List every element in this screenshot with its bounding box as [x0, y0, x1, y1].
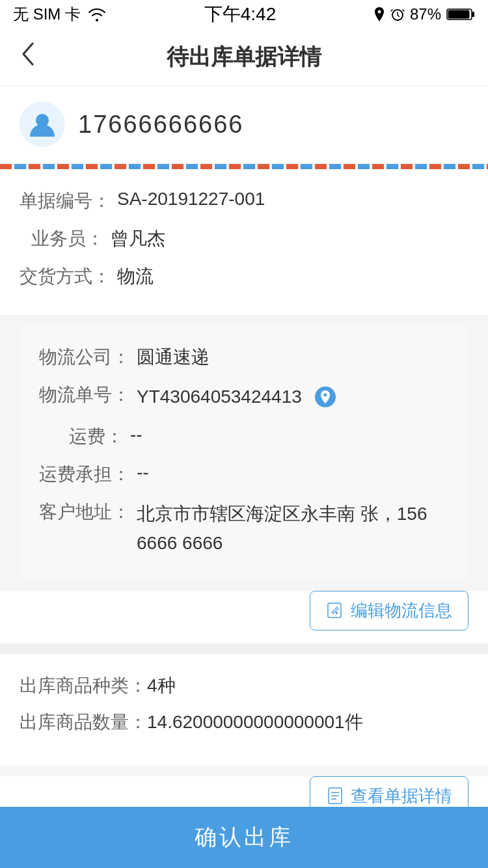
freight-row: 运费： -- — [39, 424, 449, 449]
edit-btn-row: 编辑物流信息 — [0, 591, 488, 644]
edit-icon — [326, 601, 344, 619]
avatar — [20, 102, 65, 147]
goods-quantity-label: 出库商品数量： — [20, 710, 147, 735]
nav-bar: 待出库单据详情 — [0, 29, 488, 86]
document-number-value: SA-20191227-001 — [117, 189, 468, 210]
tracking-number-row: 物流单号： YT43064053424413 — [39, 383, 449, 411]
decorative-border — [0, 164, 488, 169]
delivery-method-row: 交货方式： 物流 — [20, 264, 468, 289]
goods-types-row: 出库商品种类： 4种 — [20, 673, 468, 698]
carrier-text: 无 SIM 卡 — [13, 4, 81, 25]
logistics-card: 物流公司： 圆通速递 物流单号： YT43064053424413 运费： --… — [20, 325, 468, 578]
svg-rect-2 — [472, 12, 474, 17]
address-value: 北京市市辖区海淀区永丰南 张，156 6666 6666 — [137, 500, 449, 558]
tracking-number-text: YT43064053424413 — [137, 387, 302, 407]
view-details-label: 查看单据详情 — [351, 785, 452, 807]
confirm-outbound-button[interactable]: 确认出库 — [195, 822, 293, 852]
status-right: 87% — [373, 5, 475, 23]
document-number-row: 单据编号： SA-20191227-001 — [20, 189, 468, 213]
svg-rect-6 — [328, 603, 341, 617]
battery-text: 87% — [410, 5, 441, 23]
confirm-btn-container: 确认出库 — [0, 807, 488, 868]
logistics-company-row: 物流公司： 圆通速递 — [39, 345, 449, 370]
freight-bearer-row: 运费承担： -- — [39, 462, 449, 487]
logistics-company-value: 圆通速递 — [137, 345, 449, 370]
freight-value: -- — [130, 424, 449, 445]
address-row: 客户地址： 北京市市辖区海淀区永丰南 张，156 6666 6666 — [39, 500, 449, 558]
back-button[interactable] — [20, 41, 59, 73]
sales-person-value: 曾凡杰 — [111, 226, 468, 251]
svg-rect-3 — [448, 10, 470, 19]
map-pin-icon — [314, 385, 337, 409]
location-status-icon — [373, 7, 385, 21]
delivery-method-label: 交货方式： — [20, 264, 117, 289]
delivery-method-value: 物流 — [117, 264, 468, 289]
goods-section: 出库商品种类： 4种 出库商品数量： 14.62000000000000001件 — [0, 654, 488, 766]
document-icon — [326, 787, 344, 805]
customer-header: 17666666666 — [0, 86, 488, 163]
status-bar: 无 SIM 卡 下午4:42 87% — [0, 0, 488, 29]
edit-logistics-button[interactable]: 编辑物流信息 — [310, 591, 468, 631]
tracking-number-label: 物流单号： — [39, 383, 137, 407]
address-label: 客户地址： — [39, 500, 137, 524]
customer-phone: 17666666666 — [78, 111, 243, 139]
goods-types-label: 出库商品种类： — [20, 673, 147, 698]
order-info-section: 单据编号： SA-20191227-001 业务员： 曾凡杰 交货方式： 物流 — [0, 169, 488, 315]
sales-person-row: 业务员： 曾凡杰 — [20, 226, 468, 251]
freight-label: 运费： — [39, 424, 130, 449]
track-location-button[interactable] — [311, 383, 340, 411]
goods-quantity-value: 14.62000000000000001件 — [147, 710, 363, 735]
goods-types-value: 4种 — [147, 673, 176, 698]
alarm-icon — [390, 7, 405, 21]
wifi-icon — [87, 7, 107, 21]
freight-bearer-label: 运费承担： — [39, 462, 137, 487]
status-left: 无 SIM 卡 — [13, 4, 107, 25]
goods-quantity-row: 出库商品数量： 14.62000000000000001件 — [20, 710, 468, 735]
battery-icon — [446, 7, 475, 21]
document-number-label: 单据编号： — [20, 189, 117, 213]
page-title: 待出库单据详情 — [167, 42, 321, 72]
tracking-number-value: YT43064053424413 — [137, 383, 449, 411]
logistics-company-label: 物流公司： — [39, 345, 137, 370]
user-icon — [27, 109, 57, 139]
edit-logistics-label: 编辑物流信息 — [351, 599, 452, 622]
status-time: 下午4:42 — [204, 2, 277, 27]
freight-bearer-value: -- — [137, 462, 449, 483]
section-separator — [0, 644, 488, 654]
sales-person-label: 业务员： — [20, 226, 111, 251]
